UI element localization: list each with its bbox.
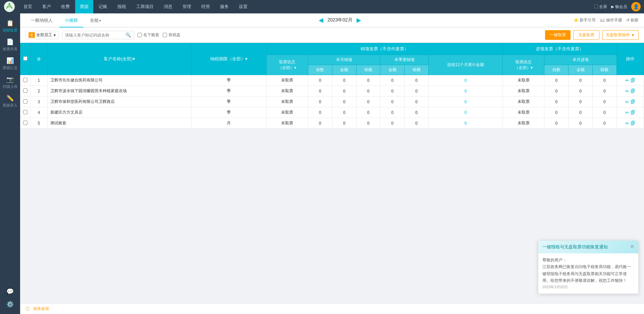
nav-tax[interactable]: 报税 (113, 0, 131, 13)
tab-general-taxpayer[interactable]: 一般纳税人 (25, 14, 58, 27)
tab-small-scale[interactable]: 小规模 (59, 14, 83, 27)
detail-btn[interactable]: 🗐 (631, 110, 635, 115)
tax-policy-link[interactable]: 税务政策 (33, 306, 49, 312)
nav-management[interactable]: 管理 (178, 0, 196, 13)
sidebar-bottom: 💬 ⚙️ (6, 285, 14, 314)
detail-btn[interactable]: 🗐 (631, 99, 635, 105)
th-sales-qtr-amt: 金额 (380, 65, 405, 75)
my-accounts-checkbox[interactable] (138, 33, 142, 37)
row-sales-qtr-tax: 0 (405, 75, 429, 86)
row-sales-month-tax: 0 (356, 97, 380, 107)
th-tax-period: 纳税期限（全部）▾ (191, 43, 266, 75)
tab-all[interactable]: 全能 ▾ (85, 14, 106, 27)
row-tax-period: 季 (191, 97, 266, 107)
row-checkbox-cell (20, 118, 31, 129)
filter-label: 全部员工 (36, 32, 52, 38)
row-purchase-month-qty: 0 (544, 97, 569, 107)
fullscreen-btn[interactable]: ⛶ 全屏 (594, 4, 607, 10)
no-disk-fetch-btn[interactable]: 无盘取票 (573, 30, 599, 40)
row-sales-qtr-amt: 0 (380, 86, 405, 97)
th-purchase-month-qty: 份数 (544, 65, 569, 75)
nav-settings[interactable]: 设置 (234, 0, 252, 13)
refresh-btn[interactable]: ↺ 刷新 (626, 17, 639, 23)
detail-btn[interactable]: 🗐 (631, 88, 635, 94)
my-accounts-checkbox-label[interactable]: 名下账套 (138, 32, 159, 38)
accumulated-link[interactable]: 0 (465, 89, 467, 93)
th-sales-group: 销项发票（不含作废票） (266, 43, 502, 55)
detail-btn[interactable]: 🗐 (631, 78, 635, 83)
settings-icon[interactable]: ⚙ (37, 57, 41, 62)
sidebar-item-smart-fetch[interactable]: 📋 智能取票 (0, 17, 20, 36)
row-sales-month-tax: 0 (356, 75, 380, 86)
th-sales-month-qty: 份数 (308, 65, 332, 75)
row-checkbox[interactable] (23, 121, 28, 125)
row-fetch-status-purchase: 未取票 (503, 118, 544, 129)
no-disk-op-btn[interactable]: 无盘取票操作 ▼ (602, 30, 639, 40)
row-checkbox[interactable] (23, 110, 28, 114)
search-btn[interactable]: 🔍 (123, 31, 134, 39)
nav-service[interactable]: 服务 (215, 0, 233, 13)
tab-bar: 一般纳税人 小规模 全能 ▾ ◀ 2023年02月 ▶ ⭐ 新手引导 📖 操作手… (20, 13, 644, 27)
search-input[interactable] (62, 32, 123, 39)
row-sales-qtr-amt: 0 (380, 97, 405, 107)
select-all-checkbox[interactable] (23, 56, 28, 61)
nav-bookkeeping[interactable]: 记账 (94, 0, 112, 13)
edit-btn[interactable]: ✏ (625, 78, 629, 83)
th-operations-label: 操作 (626, 56, 635, 61)
notification-header: 一键报税与无盘取票功能恢复通知 ✕ (538, 241, 638, 253)
nav-home[interactable]: 首页 (19, 0, 37, 13)
row-checkbox-cell (20, 86, 31, 97)
row-purchase-month-amt: 0 (569, 75, 593, 86)
row-checkbox-cell (20, 97, 31, 107)
nav-invoice[interactable]: 票据 (75, 0, 93, 13)
nav-fee[interactable]: 收费 (56, 0, 74, 13)
detail-btn[interactable]: 🗐 (631, 121, 635, 126)
sidebar-item-message[interactable]: 💬 (6, 285, 14, 298)
operation-manual-btn[interactable]: 📖 操作手册 (600, 17, 622, 23)
row-checkbox[interactable] (23, 88, 28, 93)
period-label: 2023年02月 (327, 17, 353, 23)
sidebar-item-setting[interactable]: ⚙️ (6, 298, 14, 311)
vip-btn[interactable]: ▶ 畅会员 (611, 4, 627, 10)
notification-body: 尊敬的用户： 江苏政务网已恢复访问电子税务局功能，易代账一键登陆电子税务局与无盘… (538, 253, 638, 294)
sidebar-item-scan-upload[interactable]: 📷 扫描上传 (0, 73, 20, 92)
tab-list: 一般纳税人 小规模 全能 ▾ (25, 13, 106, 27)
notification-close-btn[interactable]: ✕ (630, 244, 634, 249)
edit-btn[interactable]: ✏ (625, 110, 629, 115)
sidebar-item-invoice-summary[interactable]: 📊 票据汇总 (0, 54, 20, 73)
tax-disk-checkbox-label[interactable]: 有税盘 (163, 32, 180, 38)
new-user-guide-btn[interactable]: ⭐ 新手引导 (574, 17, 596, 23)
edit-btn[interactable]: ✏ (625, 121, 629, 126)
row-fetch-status-purchase: 未取票 (503, 86, 544, 97)
avatar[interactable]: 👤 (631, 2, 641, 11)
employee-filter[interactable]: 全 全部员工 ▾ (25, 31, 59, 39)
notification-greeting: 尊敬的用户： (542, 257, 634, 263)
row-checkbox[interactable] (23, 78, 28, 82)
accumulated-link[interactable]: 0 (465, 78, 467, 83)
accumulated-link[interactable]: 0 (465, 121, 467, 126)
sidebar-label-smart-fetch: 智能取票 (3, 28, 17, 33)
row-tax-period: 季 (191, 86, 266, 97)
row-sales-month-tax: 0 (356, 107, 380, 118)
nav-business[interactable]: 工商项目 (131, 0, 158, 13)
one-key-fetch-btn[interactable]: 一键取票 (545, 30, 571, 40)
nav-customer[interactable]: 客户 (38, 0, 56, 13)
edit-btn[interactable]: ✏ (625, 88, 629, 94)
sidebar-item-invoice-entry[interactable]: ✏️ 票据录入 (0, 92, 20, 111)
nav-operation[interactable]: 经营 (197, 0, 215, 13)
row-accumulated-amt: 0 (428, 97, 502, 107)
row-checkbox[interactable] (23, 99, 28, 104)
nav-message[interactable]: 消息 (159, 0, 177, 13)
app-logo[interactable] (3, 1, 15, 13)
edit-btn[interactable]: ✏ (625, 99, 629, 105)
tax-disk-checkbox[interactable] (163, 33, 167, 37)
row-purchase-month-amt: 0 (569, 118, 593, 129)
th-purchase-month-amt: 金额 (569, 65, 593, 75)
row-sales-qtr-amt: 0 (380, 75, 405, 86)
sidebar-item-invoice-open[interactable]: 📄 发票开具 (0, 36, 20, 54)
accumulated-link[interactable]: 0 (465, 100, 467, 104)
prev-period-btn[interactable]: ◀ (319, 16, 323, 24)
row-accumulated-amt: 0 (428, 75, 502, 86)
accumulated-link[interactable]: 0 (465, 110, 467, 115)
next-period-btn[interactable]: ▶ (357, 16, 361, 24)
